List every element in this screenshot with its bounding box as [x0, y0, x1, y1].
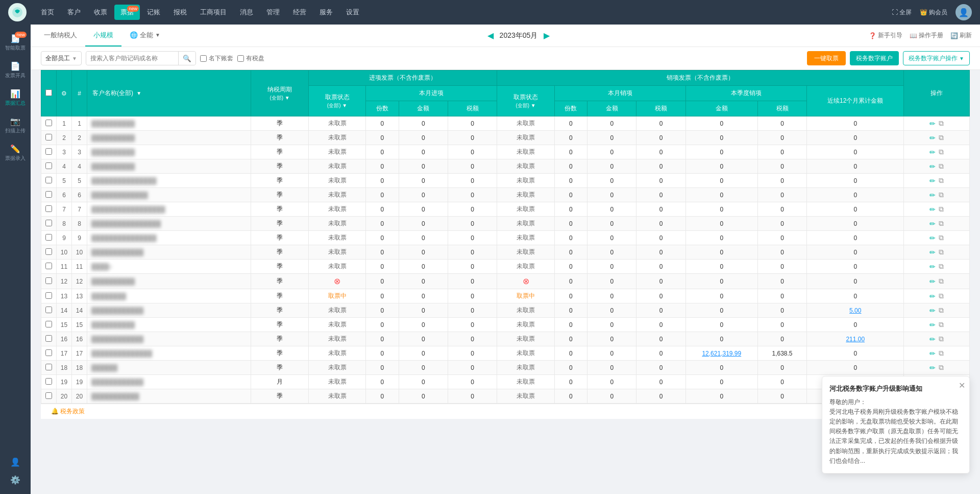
row-checkbox[interactable]: [45, 134, 52, 140]
employee-select[interactable]: 全部员工 ▼: [41, 51, 82, 65]
row-checkbox[interactable]: [45, 335, 52, 342]
edit-icon[interactable]: ✏: [929, 134, 936, 142]
row-checkbox[interactable]: [45, 321, 52, 327]
tax-period-filter[interactable]: (全部) ▼: [270, 95, 289, 101]
sidebar-item-smart-invoice[interactable]: 🧾 智能取票 new: [0, 29, 31, 56]
edit-icon[interactable]: ✏: [929, 292, 936, 300]
edit-icon[interactable]: ✏: [929, 248, 936, 256]
sidebar-item-issue-invoice[interactable]: 📄 发票开具: [0, 56, 31, 84]
row-checkbox[interactable]: [45, 234, 52, 241]
tax-digital-account-button[interactable]: 税务数字账户: [850, 51, 899, 65]
sidebar-item-scan-upload[interactable]: 📷 扫描上传: [0, 111, 31, 139]
nav-item-operation[interactable]: 经营: [287, 5, 312, 20]
nav-item-bookkeeping[interactable]: 记账: [141, 5, 166, 20]
copy-icon[interactable]: ⧉: [939, 191, 944, 199]
copy-icon[interactable]: ⧉: [939, 320, 944, 329]
copy-icon[interactable]: ⧉: [939, 292, 944, 300]
edit-icon[interactable]: ✏: [929, 349, 936, 358]
tab-all-types[interactable]: 🌐 全能 ▼: [121, 25, 168, 46]
row-checkbox[interactable]: [45, 277, 52, 284]
tax-policy-link[interactable]: 🔔 税务政策: [51, 407, 85, 416]
tab-small-scale[interactable]: 小规模: [85, 25, 121, 46]
edit-icon[interactable]: ✏: [929, 263, 936, 271]
copy-icon[interactable]: ⧉: [939, 248, 944, 256]
nav-item-invoice[interactable]: 票据 new: [114, 5, 140, 20]
row-checkbox[interactable]: [45, 177, 52, 183]
edit-icon[interactable]: ✏: [929, 277, 936, 286]
copy-icon[interactable]: ⧉: [939, 233, 944, 242]
fullscreen-button[interactable]: ⛶ 全屏: [892, 8, 912, 17]
select-all-checkbox[interactable]: [45, 89, 52, 96]
edit-icon[interactable]: ✏: [929, 220, 936, 228]
copy-icon[interactable]: ⧉: [939, 205, 944, 214]
season-amount-cell[interactable]: 12,621,319.99: [685, 346, 757, 361]
row-checkbox[interactable]: [45, 349, 52, 356]
edit-icon[interactable]: ✏: [929, 234, 936, 242]
row-checkbox[interactable]: [45, 148, 52, 155]
edit-icon[interactable]: ✏: [929, 120, 936, 128]
copy-icon[interactable]: ⧉: [939, 277, 944, 286]
sidebar-item-invoice-entry[interactable]: ✏️ 票据录入: [0, 139, 31, 167]
edit-icon[interactable]: ✏: [929, 335, 936, 343]
row-checkbox[interactable]: [45, 378, 52, 385]
row-checkbox[interactable]: [45, 162, 52, 169]
search-button[interactable]: 🔍: [178, 52, 195, 65]
refresh-button[interactable]: 🔄 刷新: [950, 31, 972, 40]
prev-month-button[interactable]: ◀: [487, 31, 494, 40]
sidebar-item-user[interactable]: 👤: [7, 453, 23, 471]
client-filter-icon[interactable]: ▼: [136, 90, 141, 96]
rolling12-cell[interactable]: 5.00: [807, 303, 904, 318]
sidebar-item-invoice-summary[interactable]: 📊 票据汇总: [0, 84, 31, 111]
search-input[interactable]: [86, 52, 178, 65]
nav-item-message[interactable]: 消息: [234, 5, 259, 20]
in-fetch-filter[interactable]: (全部) ▼: [327, 103, 347, 108]
rolling12-cell[interactable]: 211.00: [807, 332, 904, 346]
edit-icon[interactable]: ✏: [929, 321, 936, 329]
copy-icon[interactable]: ⧉: [939, 162, 944, 171]
copy-icon[interactable]: ⧉: [939, 133, 944, 142]
row-checkbox[interactable]: [45, 364, 52, 370]
edit-icon[interactable]: ✏: [929, 148, 936, 156]
copy-icon[interactable]: ⧉: [939, 119, 944, 128]
checkbox-has-taxdisk[interactable]: 有税盘: [237, 54, 264, 63]
row-checkbox[interactable]: [45, 205, 52, 212]
copy-icon[interactable]: ⧉: [939, 219, 944, 228]
member-button[interactable]: 👑 购会员: [920, 8, 947, 17]
settings-icon[interactable]: ⚙: [61, 90, 67, 97]
checkbox-subsidiary-accounts[interactable]: 名下账套: [200, 54, 233, 63]
next-month-button[interactable]: ▶: [544, 31, 550, 40]
avatar[interactable]: 👤: [955, 4, 972, 20]
copy-icon[interactable]: ⧉: [939, 148, 944, 156]
nav-item-client[interactable]: 客户: [61, 5, 87, 20]
sidebar-item-config[interactable]: ⚙️: [7, 471, 23, 489]
nav-item-settings[interactable]: 设置: [340, 5, 365, 20]
new-guide-button[interactable]: ❓ 新手引导: [869, 31, 902, 40]
copy-icon[interactable]: ⧉: [939, 176, 944, 185]
tax-account-op-button[interactable]: 税务数字账户操作 ▼: [903, 51, 970, 65]
copy-icon[interactable]: ⧉: [939, 306, 944, 315]
out-fetch-filter[interactable]: (全部) ▼: [516, 103, 535, 108]
taxdisk-checkbox[interactable]: [237, 55, 244, 62]
edit-icon[interactable]: ✏: [929, 191, 936, 199]
one-key-invoice-button[interactable]: 一键取票: [807, 51, 846, 65]
edit-icon[interactable]: ✏: [929, 205, 936, 214]
row-checkbox[interactable]: [45, 263, 52, 269]
copy-icon[interactable]: ⧉: [939, 349, 944, 358]
row-checkbox[interactable]: [45, 292, 52, 299]
copy-icon[interactable]: ⧉: [939, 335, 944, 343]
nav-item-service[interactable]: 服务: [313, 5, 339, 20]
nav-item-tax[interactable]: 报税: [167, 5, 193, 20]
tab-general-taxpayer[interactable]: 一般纳税人: [36, 25, 85, 46]
manual-button[interactable]: 📖 操作手册: [910, 31, 943, 40]
row-checkbox[interactable]: [45, 248, 52, 255]
nav-item-home[interactable]: 首页: [35, 5, 60, 20]
copy-icon[interactable]: ⧉: [939, 262, 944, 271]
edit-icon[interactable]: ✏: [929, 307, 936, 315]
notification-close-button[interactable]: ✕: [959, 381, 965, 390]
row-checkbox[interactable]: [45, 220, 52, 226]
row-checkbox[interactable]: [45, 120, 52, 126]
edit-icon[interactable]: ✏: [929, 177, 936, 185]
subsidiary-checkbox[interactable]: [200, 55, 207, 62]
nav-item-receipt[interactable]: 收票: [88, 5, 113, 20]
edit-icon[interactable]: ✏: [929, 162, 936, 171]
